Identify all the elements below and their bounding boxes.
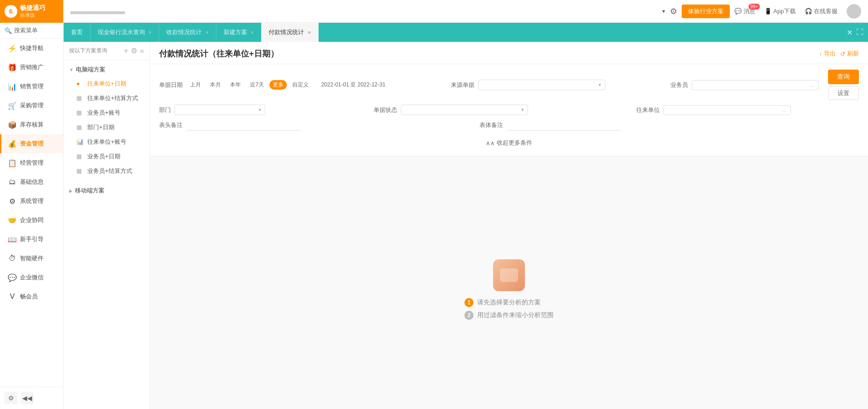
scheme-item-partner-settle[interactable]: ▦ 往来单位+结算方式 <box>64 91 150 106</box>
collapse-scheme-btn[interactable]: « <box>140 47 144 55</box>
sidebar-search[interactable]: 🔍 搜索菜单 <box>0 23 63 39</box>
sidebar-item-hardware[interactable]: ⏱ 智能硬件 <box>0 249 63 268</box>
empty-hint-1: 1 请先选择要分析的方案 <box>464 298 554 307</box>
scheme-item-partner-date[interactable]: ● 往来单位+日期 <box>64 76 150 91</box>
tab-new-close[interactable]: × <box>251 30 254 35</box>
add-scheme-btn[interactable]: + <box>124 47 128 55</box>
scheme-section-mobile: ▶ 移动端方案 <box>64 181 150 200</box>
date-opt-custom[interactable]: 自定义 <box>289 80 312 90</box>
scheme-section-mobile-title[interactable]: ▶ 移动端方案 <box>64 184 150 197</box>
export-icon: ↑ <box>819 50 823 57</box>
scheme-item-salesman-settle[interactable]: ▦ 业务员+结算方式 <box>64 164 150 178</box>
close-all-tabs-btn[interactable]: ✕ <box>847 28 853 37</box>
messages-btn[interactable]: 💬 消息 99+ <box>734 7 755 15</box>
doc-status-select[interactable]: ▾ <box>401 105 528 115</box>
sidebar-item-operation[interactable]: 📋 经营管理 <box>0 153 63 172</box>
date-opt-7days[interactable]: 近7天 <box>246 80 268 90</box>
filter-actions-col: 查询 设置 <box>828 70 859 100</box>
hint-text-1: 请先选择要分析的方案 <box>477 298 541 307</box>
filter-settings-btn[interactable]: 设置 <box>828 86 859 100</box>
nav-icon-enterprise: 🤝 <box>8 216 16 224</box>
nav-label: 资金管理 <box>20 140 44 148</box>
tab-receipts-close[interactable]: × <box>205 30 208 35</box>
sidebar-item-capital[interactable]: 💰 资金管理 <box>0 134 63 153</box>
nav-icon-vip: V <box>8 293 16 301</box>
scheme-item-salesman-account[interactable]: ▦ 业务员+账号 <box>64 106 150 120</box>
partner-select[interactable]: … <box>663 105 791 115</box>
filter-partner: 往来单位 … <box>636 105 791 115</box>
settings-bottom-btn[interactable]: ⚙ <box>5 392 17 404</box>
nav-label: 企业微信 <box>20 273 44 282</box>
sidebar-item-sales[interactable]: 📊 销售管理 <box>0 77 63 96</box>
empty-illustration <box>486 246 532 291</box>
logo-text: 畅捷通巧 <box>20 4 45 12</box>
nav-label: 系统管理 <box>20 197 44 205</box>
tab-new-label: 新建方案 <box>224 28 247 36</box>
filter-row-3: 表头备注 表体备注 <box>159 120 859 131</box>
tab-receipts-label: 收款情况统计 <box>166 28 202 36</box>
topbar-dropdown[interactable]: ▾ <box>662 8 665 15</box>
topbar-settings-icon[interactable]: ⚙ <box>670 6 677 16</box>
sidebar-item-purchase[interactable]: 🛒 采购管理 <box>0 96 63 115</box>
nav-icon-operation: 📋 <box>8 159 16 167</box>
salesman-select[interactable]: … <box>692 80 819 90</box>
export-btn[interactable]: ↑ 导出 <box>819 50 836 58</box>
nav-icon-basic: 🗂 <box>8 178 16 186</box>
topbar-right: 💬 消息 99+ 📱 App下载 🎧 在线客服 <box>734 4 861 19</box>
sidebar-item-quick-nav[interactable]: ⚡ 快捷导航 <box>0 39 63 58</box>
scheme-item-salesman-date[interactable]: ▦ 业务员+日期 <box>64 149 150 164</box>
nav-label: 采购管理 <box>20 101 44 110</box>
tab-payments[interactable]: 付款情况统计 × <box>261 23 318 42</box>
date-opt-more[interactable]: 更多 <box>269 80 287 90</box>
filter-date-range: 2022-01-01 至 2022-12-31 <box>321 81 385 89</box>
date-opt-this-month[interactable]: 本月 <box>206 80 224 90</box>
scheme-item-dept-date[interactable]: ▦ 部门+日期 <box>64 120 150 135</box>
body-note-input[interactable] <box>507 120 620 131</box>
tab-bank[interactable]: 现金银行流水查询 × <box>90 23 159 42</box>
tab-bank-close[interactable]: × <box>149 30 151 35</box>
sidebar-item-wechat[interactable]: 💬 企业微信 <box>0 268 63 287</box>
trial-btn[interactable]: 体验行业方案 <box>682 5 730 18</box>
scheme-settings-btn[interactable]: ⚙ <box>131 46 137 55</box>
filter-doc-status: 单据状态 ▾ <box>374 105 528 115</box>
message-icon: 💬 <box>734 8 742 15</box>
refresh-btn[interactable]: ↺ 刷新 <box>840 50 859 58</box>
empty-area: 1 请先选择要分析的方案 2 用过滤条件来缩小分析范围 <box>150 157 868 409</box>
tab-receipts[interactable]: 收款情况统计 × <box>159 23 216 42</box>
sidebar-item-basic-info[interactable]: 🗂 基础信息 <box>0 172 63 192</box>
source-dropdown-arrow: ▾ <box>599 82 601 88</box>
date-opt-last-month[interactable]: 上月 <box>186 80 205 90</box>
tab-payments-close[interactable]: × <box>308 30 310 35</box>
sidebar-item-enterprise[interactable]: 🤝 企业协同 <box>0 211 63 230</box>
sidebar-item-inventory[interactable]: 📦 库存核算 <box>0 115 63 134</box>
tab-new-scheme[interactable]: 新建方案 × <box>216 23 261 42</box>
collapse-sidebar-btn[interactable]: ◀◀ <box>21 392 34 404</box>
online-service-btn[interactable]: 🎧 在线客服 <box>805 7 838 15</box>
nav-label: 营销推广 <box>20 63 44 71</box>
app-download-btn[interactable]: 📱 App下载 <box>764 7 796 15</box>
header-note-label: 表头备注 <box>159 121 183 129</box>
date-opt-this-year[interactable]: 本年 <box>226 80 244 90</box>
collapse-filter-btn[interactable]: ∧∧ 收起更多条件 <box>159 135 859 151</box>
header-note-input[interactable] <box>186 120 300 131</box>
sidebar-item-system[interactable]: ⚙ 系统管理 <box>0 192 63 211</box>
message-badge: 99+ <box>748 4 760 10</box>
expand-tabs-btn[interactable]: ⛶ <box>856 28 863 36</box>
date-range-value: 2022-01-01 至 2022-12-31 <box>321 81 385 89</box>
sidebar-item-guide[interactable]: 📖 新手引导 <box>0 230 63 249</box>
right-area: 付款情况统计（往来单位+日期） ↑ 导出 ↺ 刷新 单 <box>150 42 868 409</box>
query-btn[interactable]: 查询 <box>828 70 859 84</box>
scheme-icon: ▦ <box>76 124 84 131</box>
tab-home[interactable]: 首页 <box>64 23 90 42</box>
nav-icon-purchase: 🛒 <box>8 101 16 110</box>
nav-label: 企业协同 <box>20 216 44 224</box>
scheme-section-desktop-title[interactable]: ▼ 电脑端方案 <box>64 63 150 76</box>
nav-icon-quick: ⚡ <box>8 44 16 52</box>
nav-icon-hardware: ⏱ <box>8 254 16 263</box>
user-avatar[interactable] <box>847 4 861 19</box>
scheme-item-partner-account[interactable]: 📊 往来单位+账号 <box>64 135 150 149</box>
dept-select[interactable]: ▾ <box>175 105 265 115</box>
sidebar-item-marketing[interactable]: 🎁 营销推广 <box>0 58 63 77</box>
sidebar-item-vip[interactable]: V 畅会员 <box>0 287 63 306</box>
source-select[interactable]: ▾ <box>478 80 605 90</box>
